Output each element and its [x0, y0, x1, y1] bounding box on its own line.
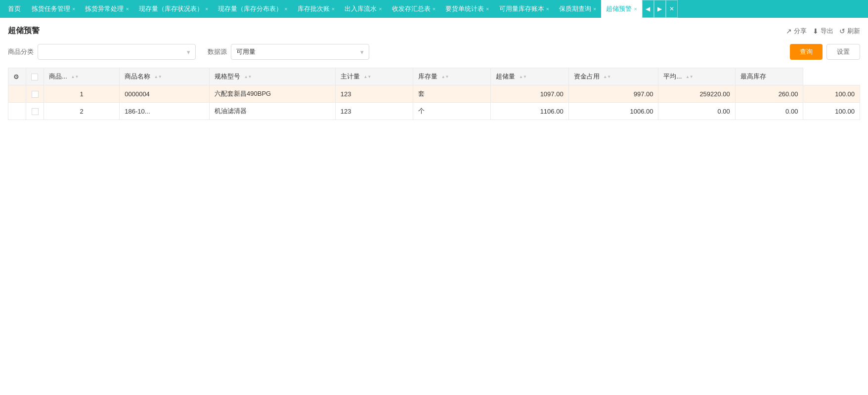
table-row: 10000004六配套新昌490BPG123套1097.00997.002592…	[8, 85, 860, 103]
nav-tab-9[interactable]: 保质期查询 ×	[554, 0, 601, 18]
row-checkbox[interactable]	[32, 108, 39, 115]
export-button[interactable]: ⬇ 导出	[813, 27, 833, 36]
refresh-icon: ↺	[839, 27, 845, 35]
col-spec[interactable]: 规格型号 ▲▼	[210, 68, 336, 85]
col-avg[interactable]: 平均... ▲▼	[658, 68, 735, 85]
row-unit: 个	[413, 103, 491, 120]
filter-row: 商品分类 ▾ 数据源 可用量 ▾ 查询 设置	[8, 44, 860, 60]
nav-home[interactable]: 首页	[2, 0, 27, 18]
refresh-button[interactable]: ↺ 刷新	[839, 27, 860, 36]
col-unit[interactable]: 主计量 ▲▼	[335, 68, 413, 85]
col-stock[interactable]: 库存量 ▲▼	[413, 68, 491, 85]
nav-tab-6-close[interactable]: ×	[433, 6, 435, 12]
nav-tab-2[interactable]: 现存量（库存状况表） ×	[134, 0, 213, 18]
header-actions: ↗ 分享 ⬇ 导出 ↺ 刷新	[786, 27, 860, 36]
category-select[interactable]: ▾	[38, 44, 196, 60]
row-number: 2	[44, 103, 120, 120]
gear-icon: ⚙	[13, 73, 19, 80]
row-overstock: 997.00	[568, 85, 658, 103]
table-row: 2186-10...机油滤清器123个1106.001006.000.000.0…	[8, 103, 860, 120]
row-checkbox[interactable]	[32, 91, 39, 98]
nav-tab-0-close[interactable]: ×	[72, 6, 75, 12]
nav-tab-10-close[interactable]: ×	[634, 6, 637, 12]
category-label: 商品分类	[8, 47, 34, 56]
col-product-code[interactable]: 商品... ▲▼	[44, 68, 120, 85]
row-settings-cell	[8, 103, 26, 120]
row-overstock: 1006.00	[568, 103, 658, 120]
nav-tab-10[interactable]: 超储预警 ×	[601, 0, 642, 18]
row-capital: 259220.00	[658, 85, 735, 103]
row-product-code: 186-10...	[120, 103, 210, 120]
row-number: 1	[44, 85, 120, 103]
nav-tab-4-close[interactable]: ×	[332, 6, 335, 12]
nav-tab-5[interactable]: 出入库流水 ×	[340, 0, 387, 18]
nav-tab-6[interactable]: 收发存汇总表 ×	[387, 0, 440, 18]
datasource-select[interactable]: 可用量 ▾	[231, 44, 369, 60]
nav-tab-9-close[interactable]: ×	[593, 6, 596, 12]
nav-tab-4[interactable]: 库存批次账 ×	[293, 0, 340, 18]
sort-stock-icon: ▲▼	[441, 75, 449, 79]
row-stock: 1106.00	[491, 103, 568, 120]
sort-unit-icon: ▲▼	[363, 75, 371, 79]
table-header-row: ⚙ 商品... ▲▼ 商品名称 ▲▼ 规格型号 ▲▼ 主计	[8, 68, 860, 85]
query-button[interactable]: 查询	[790, 44, 823, 60]
category-select-arrow: ▾	[187, 48, 190, 56]
row-capital: 0.00	[658, 103, 735, 120]
nav-tab-0[interactable]: 拣货任务管理 ×	[27, 0, 80, 18]
row-checkbox-cell[interactable]	[26, 85, 44, 103]
col-product-name[interactable]: 商品名称 ▲▼	[120, 68, 210, 85]
nav-tab-1-close[interactable]: ×	[126, 6, 129, 12]
nav-tab-8[interactable]: 可用量库存账本 ×	[494, 0, 554, 18]
nav-tab-8-close[interactable]: ×	[546, 6, 549, 12]
nav-tab-1[interactable]: 拣货异常处理 ×	[80, 0, 133, 18]
share-icon: ↗	[786, 27, 792, 35]
page-content: 超储预警 ↗ 分享 ⬇ 导出 ↺ 刷新 商品分类 ▾ 数据源	[0, 18, 868, 395]
data-table: ⚙ 商品... ▲▼ 商品名称 ▲▼ 规格型号 ▲▼ 主计	[8, 68, 860, 120]
nav-tab-3[interactable]: 现存量（库存分布表） ×	[213, 0, 292, 18]
row-spec: 123	[335, 103, 413, 120]
row-max-stock: 100.00	[803, 103, 860, 120]
nav-tab-7[interactable]: 要货单统计表 ×	[440, 0, 494, 18]
datasource-label: 数据源	[208, 47, 227, 56]
col-max-stock[interactable]: 最高库存	[735, 68, 803, 85]
row-product-code: 0000004	[120, 85, 210, 103]
datasource-filter: 数据源 可用量 ▾	[208, 44, 369, 60]
row-max-stock: 100.00	[803, 85, 860, 103]
sort-product-code-icon: ▲▼	[71, 75, 79, 79]
nav-tab-7-close[interactable]: ×	[486, 6, 489, 12]
sort-avg-icon: ▲▼	[686, 75, 694, 79]
select-all-checkbox[interactable]	[31, 74, 38, 80]
row-product-name: 六配套新昌490BPG	[210, 85, 336, 103]
filter-buttons: 查询 设置	[790, 44, 860, 60]
nav-bar: 首页 拣货任务管理 × 拣货异常处理 × 现存量（库存状况表） × 现存量（库存…	[0, 0, 868, 18]
row-spec: 123	[335, 85, 413, 103]
row-settings-cell	[8, 85, 26, 103]
page-title: 超储预警	[8, 26, 40, 36]
nav-tab-3-close[interactable]: ×	[284, 6, 287, 12]
sort-capital-icon: ▲▼	[603, 75, 611, 79]
nav-tab-5-close[interactable]: ×	[379, 6, 382, 12]
share-button[interactable]: ↗ 分享	[786, 27, 807, 36]
nav-next-arrow[interactable]: ▶	[654, 0, 666, 18]
col-checkbox[interactable]	[26, 68, 44, 85]
settings-button[interactable]: 设置	[826, 44, 860, 60]
col-capital[interactable]: 资金占用 ▲▼	[568, 68, 658, 85]
row-unit: 套	[413, 85, 491, 103]
nav-tab-2-close[interactable]: ×	[205, 6, 208, 12]
datasource-select-value: 可用量	[236, 47, 256, 56]
nav-prev-arrow[interactable]: ◀	[642, 0, 654, 18]
col-overstock[interactable]: 超储量 ▲▼	[491, 68, 568, 85]
sort-product-name-icon: ▲▼	[154, 75, 162, 79]
sort-spec-icon: ▲▼	[244, 75, 252, 79]
page-header: 超储预警 ↗ 分享 ⬇ 导出 ↺ 刷新	[8, 26, 860, 36]
nav-close-arrow[interactable]: ✕	[666, 0, 678, 18]
datasource-select-arrow: ▾	[360, 48, 364, 56]
row-avg: 0.00	[735, 103, 803, 120]
row-avg: 260.00	[735, 85, 803, 103]
category-filter: 商品分类 ▾	[8, 44, 196, 60]
row-product-name: 机油滤清器	[210, 103, 336, 120]
export-icon: ⬇	[813, 27, 819, 35]
row-stock: 1097.00	[491, 85, 568, 103]
row-checkbox-cell[interactable]	[26, 103, 44, 120]
col-settings[interactable]: ⚙	[8, 68, 26, 85]
